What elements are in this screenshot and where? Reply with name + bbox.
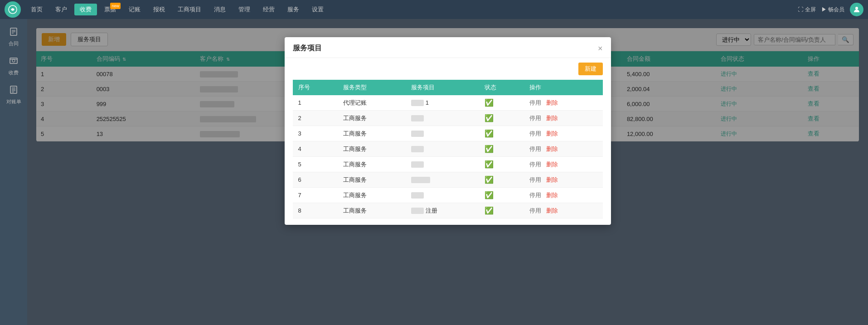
modal-header: 服务项目 × (285, 37, 611, 58)
modal-cell-seq: 1 (293, 95, 338, 111)
modal-cell-status: ✅ (479, 126, 524, 141)
modal-cell-seq: 5 (293, 157, 338, 172)
modal-cell-type: 工商服务 (338, 203, 406, 218)
status-check-icon: ✅ (485, 160, 494, 168)
stop-button[interactable]: 停用 (529, 192, 541, 199)
nav-business[interactable]: 经营 (257, 4, 280, 15)
top-navigation: 首页 客户 收费 票据 new 记账 报税 工商项目 消息 管理 经营 服务 设… (0, 0, 868, 19)
modal-col-action: 操作 (524, 80, 603, 95)
modal-title: 服务项目 (293, 44, 322, 53)
nav-home[interactable]: 首页 (25, 4, 48, 15)
modal-cell-item (406, 157, 479, 172)
delete-button[interactable]: 删除 (546, 192, 558, 199)
modal-col-item: 服务项目 (406, 80, 479, 95)
main-content: 新增 服务项目 进行中 已完成 已取消 🔍 序号 合同编码 ⇅ (27, 19, 868, 325)
modal-table-row: 5 工商服务 ✅ 停用 删除 (293, 157, 603, 172)
modal-cell-action[interactable]: 停用 删除 (524, 172, 603, 188)
modal-cell-action[interactable]: 停用 删除 (524, 157, 603, 172)
modal-table-row: 1 代理记账 1 ✅ 停用 删除 (293, 95, 603, 111)
statement-icon (9, 85, 18, 97)
modal-table-row: 8 工商服务 注册 ✅ 停用 删除 (293, 203, 603, 218)
modal-cell-action[interactable]: 停用 删除 (524, 188, 603, 203)
status-check-icon: ✅ (485, 176, 494, 184)
modal-cell-seq: 6 (293, 172, 338, 188)
nav-client[interactable]: 客户 (50, 4, 73, 15)
modal-cell-item: 1 (406, 95, 479, 111)
modal-cell-status: ✅ (479, 203, 524, 218)
modal-cell-type: 代理记账 (338, 95, 406, 111)
modal-cell-status: ✅ (479, 172, 524, 188)
nav-manage[interactable]: 管理 (233, 4, 256, 15)
user-avatar[interactable] (850, 3, 863, 16)
stop-button[interactable]: 停用 (529, 115, 541, 121)
sidebar-label-contract: 合同 (9, 40, 19, 47)
delete-button[interactable]: 删除 (546, 99, 558, 106)
nav-industry[interactable]: 工商项目 (172, 4, 207, 15)
stop-button[interactable]: 停用 (529, 161, 541, 168)
sidebar-label-fee: 收费 (9, 69, 19, 76)
modal-cell-seq: 7 (293, 188, 338, 203)
svg-point-1 (855, 7, 858, 10)
modal-table-row: 2 工商服务 ✅ 停用 删除 (293, 111, 603, 126)
modal-cell-action[interactable]: 停用 删除 (524, 95, 603, 111)
sidebar-item-fee[interactable]: 收费 (1, 53, 26, 80)
modal-cell-status: ✅ (479, 188, 524, 203)
service-items-modal: 服务项目 × 新建 序号 服务类型 服务项目 状态 (285, 37, 611, 225)
modal-table-header: 序号 服务类型 服务项目 状态 操作 (293, 80, 603, 95)
status-check-icon: ✅ (485, 191, 494, 199)
modal-cell-type: 工商服务 (338, 111, 406, 126)
sidebar: 合同 收费 对账单 (0, 19, 27, 325)
modal-cell-type: 工商服务 (338, 141, 406, 157)
nav-service[interactable]: 服务 (282, 4, 305, 15)
modal-cell-item: 注册 (406, 203, 479, 218)
nav-tax[interactable]: 报税 (148, 4, 170, 15)
modal-cell-status: ✅ (479, 141, 524, 157)
modal-new-button[interactable]: 新建 (578, 63, 603, 75)
modal-table-row: 4 工商服务 ✅ 停用 删除 (293, 141, 603, 157)
modal-cell-item (406, 141, 479, 157)
delete-button[interactable]: 删除 (546, 207, 558, 214)
modal-close-button[interactable]: × (598, 44, 603, 53)
modal-cell-item (406, 111, 479, 126)
nav-fee[interactable]: 收费 (74, 4, 97, 15)
stop-button[interactable]: 停用 (529, 130, 541, 137)
modal-cell-action[interactable]: 停用 删除 (524, 141, 603, 157)
nav-settings[interactable]: 设置 (306, 4, 329, 15)
nav-message[interactable]: 消息 (209, 4, 231, 15)
modal-cell-action[interactable]: 停用 删除 (524, 111, 603, 126)
delete-button[interactable]: 删除 (546, 130, 558, 137)
nav-items: 首页 客户 收费 票据 new 记账 报税 工商项目 消息 管理 经营 服务 设… (25, 4, 798, 15)
modal-cell-action[interactable]: 停用 删除 (524, 203, 603, 218)
fee-icon (9, 56, 18, 68)
fullscreen-btn[interactable]: ⛶ 全屏 (798, 6, 815, 14)
status-check-icon: ✅ (485, 99, 494, 107)
modal-cell-status: ✅ (479, 157, 524, 172)
modal-toolbar: 新建 (285, 58, 611, 80)
modal-cell-action[interactable]: 停用 删除 (524, 126, 603, 141)
modal-cell-item (406, 172, 479, 188)
modal-cell-type: 工商服务 (338, 157, 406, 172)
delete-button[interactable]: 删除 (546, 115, 558, 121)
modal-table-row: 3 工商服务 ✅ 停用 删除 (293, 126, 603, 141)
delete-button[interactable]: 删除 (546, 161, 558, 168)
nav-invoice[interactable]: 票据 new (99, 4, 121, 15)
sidebar-item-contract[interactable]: 合同 (1, 24, 26, 51)
membership-btn[interactable]: ▶ 畅会员 (821, 6, 844, 14)
sidebar-item-statement[interactable]: 对账单 (1, 82, 26, 109)
status-check-icon: ✅ (485, 207, 494, 214)
modal-col-status: 状态 (479, 80, 524, 95)
delete-button[interactable]: 删除 (546, 176, 558, 183)
nav-right: ⛶ 全屏 ▶ 畅会员 (798, 3, 863, 16)
contract-icon (9, 27, 18, 39)
modal-table-body: 1 代理记账 1 ✅ 停用 删除 2 工商服务 ✅ 停用 删除 3 工商服务 ✅… (293, 95, 603, 218)
stop-button[interactable]: 停用 (529, 176, 541, 183)
modal-col-type: 服务类型 (338, 80, 406, 95)
status-check-icon: ✅ (485, 130, 494, 137)
nav-bookkeeping[interactable]: 记账 (123, 4, 146, 15)
stop-button[interactable]: 停用 (529, 99, 541, 106)
stop-button[interactable]: 停用 (529, 146, 541, 152)
modal-cell-seq: 8 (293, 203, 338, 218)
delete-button[interactable]: 删除 (546, 146, 558, 152)
stop-button[interactable]: 停用 (529, 207, 541, 214)
app-body: 合同 收费 对账单 (0, 19, 868, 325)
